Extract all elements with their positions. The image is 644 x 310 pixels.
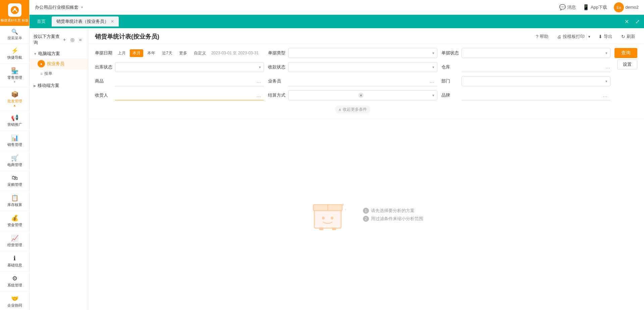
brand-label: 品牌 xyxy=(441,92,459,98)
date-btn-more[interactable]: 更多 xyxy=(176,49,190,57)
sidebar-item-system[interactable]: ⚙ 系统管理 xyxy=(0,271,29,292)
svg-point-1 xyxy=(14,8,16,10)
print-button[interactable]: 🖨 按模板打印 xyxy=(555,32,587,41)
message-button[interactable]: 💬 消息 xyxy=(559,4,576,10)
date-btn-this-month[interactable]: 本月 xyxy=(130,49,143,57)
svg-point-8 xyxy=(345,209,346,210)
topbar-right: 💬 消息 📱 App下载 Ea demo2 xyxy=(559,2,639,12)
sidebar-item-basic-info[interactable]: ℹ 基础信息 xyxy=(0,251,29,271)
tree-mobile-arrow: ▶ xyxy=(34,84,36,88)
filter-dept: 部门 ▾ xyxy=(441,76,610,86)
tree-mobile-parent[interactable]: ▶ 移动端方案 xyxy=(30,81,88,90)
app-download-button[interactable]: 📱 App下载 xyxy=(583,4,607,10)
salesperson-dots-icon: … xyxy=(430,79,435,84)
query-button[interactable]: 查询 xyxy=(614,48,637,58)
sidebar-item-marketing[interactable]: 📢 营销推广 xyxy=(0,111,29,131)
sidebar-item-collab[interactable]: 🤝 企业协同 xyxy=(0,292,29,310)
sidebar-item-wholesale[interactable]: 📦 批发管理 ▲ xyxy=(0,87,29,111)
salesperson-select[interactable]: … xyxy=(288,76,437,86)
warehouse-select[interactable]: … xyxy=(462,62,610,72)
sidebar-item-management[interactable]: 📈 经营管理 xyxy=(0,231,29,251)
consignee-input[interactable]: … xyxy=(115,90,264,100)
edit-scheme-button[interactable]: ◎ xyxy=(69,36,76,43)
filter-row-4: 收货人 … 结算方式 ✕ xyxy=(95,90,610,100)
tab-sales-stats-close[interactable]: ✕ xyxy=(111,19,114,23)
add-scheme-button[interactable]: + xyxy=(61,36,68,43)
logo-icon xyxy=(8,3,21,17)
export-button[interactable]: ⬇ 导出 xyxy=(596,32,614,41)
brand-dots-icon: … xyxy=(603,93,608,98)
print-dropdown-button[interactable]: ▾ xyxy=(587,33,592,40)
payment-status-select[interactable]: ▾ xyxy=(288,62,437,72)
filter-date: 单据日期 上月 本月 本年 近7天 更多 自定义 xyxy=(95,49,264,57)
settings-button[interactable]: 设置 xyxy=(617,59,637,69)
empty-illustration xyxy=(309,198,350,231)
tree-by-order[interactable]: ≡ 按单 xyxy=(30,69,88,78)
sidebar-logo[interactable]: 畅捷通好生意 标版 xyxy=(0,0,30,26)
ecommerce-icon: 🛒 xyxy=(11,154,18,162)
sidebar-item-finance[interactable]: 💰 资金管理 xyxy=(0,211,29,231)
doc-type-arrow-icon: ▾ xyxy=(432,51,434,55)
sidebar-item-retail[interactable]: 🏪 零售管理 ▾ xyxy=(0,64,29,87)
settlement-select[interactable]: ✕ ▾ xyxy=(288,90,437,100)
marketing-icon: 📢 xyxy=(11,114,18,121)
goods-select[interactable]: … xyxy=(115,76,264,86)
filter-row-1: 单据日期 上月 本月 本年 近7天 更多 自定义 xyxy=(95,48,610,58)
dept-select[interactable]: ▾ xyxy=(462,76,610,86)
retail-label: 零售管理 xyxy=(7,75,22,80)
sidebar-item-inventory[interactable]: 📋 库存核算 xyxy=(0,191,29,211)
tab-expand-button[interactable]: ⤢ xyxy=(633,17,641,25)
svg-point-6 xyxy=(331,217,333,219)
refresh-button[interactable]: ↻ 刷新 xyxy=(619,32,637,41)
doc-status-select[interactable]: ▾ xyxy=(462,48,610,58)
stock-status-label: 出库状态 xyxy=(95,64,112,70)
date-control: 上月 本月 本年 近7天 更多 自定义 2023-03-01 至 2023-03… xyxy=(115,49,264,57)
brand-select[interactable]: … xyxy=(462,90,610,100)
empty-tips: 1 请先选择要分析的方案 2 用过滤条件来缩小分析范围 xyxy=(363,208,423,222)
right-action-buttons: 查询 设置 xyxy=(614,48,637,69)
tree-group-mobile: ▶ 移动端方案 xyxy=(30,80,88,92)
tree-by-salesperson[interactable]: ● 按业务员 xyxy=(30,58,88,69)
purchase-icon: 🛍 xyxy=(12,174,18,182)
sidebar-item-sales[interactable]: 📊 销售管理 xyxy=(0,131,29,151)
doc-status-label: 单据状态 xyxy=(441,50,459,56)
collapse-panel-button[interactable]: « xyxy=(77,36,84,43)
topbar-left: 办公用品行业模拟账套 ▾ xyxy=(35,4,83,10)
empty-state: 1 请先选择要分析的方案 2 用过滤条件来缩小分析范围 xyxy=(88,119,644,310)
left-panel: 按以下方案查询 + ◎ « ▼ 电脑端方案 ● 按业务员 ≡ 按 xyxy=(30,28,88,310)
stock-status-arrow-icon: ▾ xyxy=(259,65,261,69)
wholesale-icon: 📦 xyxy=(11,91,18,98)
tree-group-desktop: ▼ 电脑端方案 ● 按业务员 ≡ 按单 xyxy=(30,48,88,80)
sidebar-item-purchase[interactable]: 🛍 采购管理 xyxy=(0,171,29,191)
tip-2-text: 用过滤条件来缩小分析范围 xyxy=(371,216,423,222)
tab-home[interactable]: 首页 xyxy=(32,16,50,27)
sidebar-item-ecommerce[interactable]: 🛒 电商管理 xyxy=(0,151,29,171)
tree-desktop-parent[interactable]: ▼ 电脑端方案 xyxy=(30,49,88,58)
sidebar-item-quick-nav[interactable]: ⚡ 快捷导航 xyxy=(0,44,29,64)
filter-row-2: 出库状态 ▾ 收款状态 ▾ xyxy=(95,62,610,72)
date-btn-7days[interactable]: 近7天 xyxy=(159,49,175,57)
help-button[interactable]: ? 帮助 xyxy=(534,32,550,41)
dept-label: 部门 xyxy=(441,78,459,84)
tab-close-all-button[interactable]: ✕ xyxy=(623,17,631,25)
tab-sales-stats[interactable]: 销货单统计表（按业务员） ✕ xyxy=(52,16,119,27)
content: 按以下方案查询 + ◎ « ▼ 电脑端方案 ● 按业务员 ≡ 按 xyxy=(30,28,644,310)
sidebar-search[interactable]: 🔍 搜索菜单 xyxy=(0,26,29,44)
tip-1-text: 请先选择要分析的方案 xyxy=(371,208,415,214)
app-title-dropdown-icon[interactable]: ▾ xyxy=(81,5,83,9)
date-btn-custom[interactable]: 自定义 xyxy=(191,49,209,57)
management-icon: 📈 xyxy=(11,235,18,242)
empty-tip-1: 1 请先选择要分析的方案 xyxy=(363,208,423,214)
stock-status-select[interactable]: ▾ xyxy=(115,62,264,72)
quick-nav-label: 快捷导航 xyxy=(7,55,22,60)
collapse-button[interactable]: ∧ 收起更多条件 xyxy=(335,106,370,113)
date-label: 单据日期 xyxy=(95,50,112,56)
tabbar-actions: ✕ ⤢ xyxy=(623,17,641,25)
tip-2-num: 2 xyxy=(363,216,369,222)
date-btn-this-year[interactable]: 本年 xyxy=(145,49,158,57)
date-btn-last-month[interactable]: 上月 xyxy=(115,49,128,57)
doc-type-select[interactable]: ▾ xyxy=(288,48,437,58)
user-profile-button[interactable]: Ea demo2 xyxy=(614,2,639,12)
settlement-clear-icon[interactable]: ✕ xyxy=(358,93,364,98)
basic-info-label: 基础信息 xyxy=(7,263,22,268)
